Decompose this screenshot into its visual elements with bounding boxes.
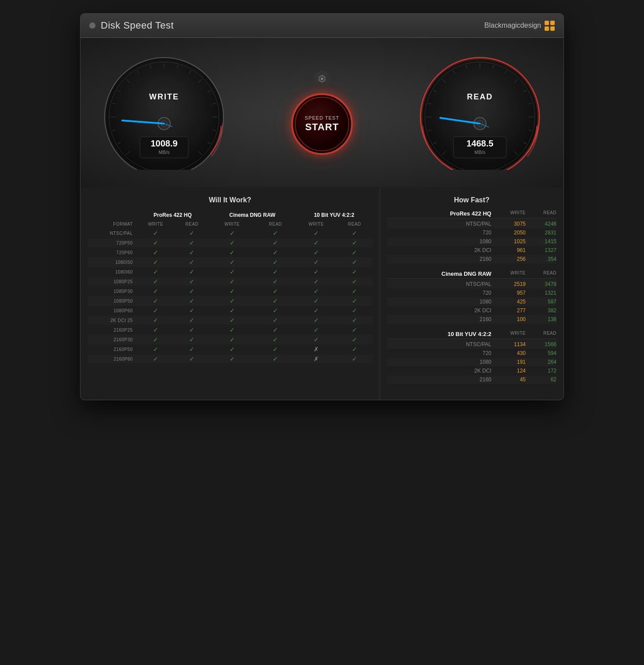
svg-text:1468.5: 1468.5 [466, 139, 493, 148]
format-header: FORMAT [88, 220, 136, 228]
hf-data-row: 2K DCI124172 [387, 366, 556, 375]
check-cell: ✓ [255, 354, 296, 364]
format-cell: 2160p60 [88, 354, 136, 364]
brand-dot-2 [550, 21, 555, 25]
hf-data-row: 2160256354 [387, 255, 556, 263]
hf-data-row: 72020502831 [387, 228, 556, 237]
hf-read-value: 354 [526, 256, 556, 262]
checkmark-icon: ✓ [153, 346, 158, 353]
checkmark-icon: ✓ [352, 297, 357, 304]
hf-write-value: 191 [495, 359, 526, 365]
check-cell: ✓ [136, 267, 175, 277]
format-cell: 1080i50 [88, 257, 136, 267]
prores-read-header: READ [175, 220, 209, 228]
table-row: NTSC/PAL✓✓✓✓✓✓ [88, 228, 373, 238]
how-fast-title: How Fast? [387, 196, 556, 204]
hf-read-value: 4246 [526, 221, 556, 227]
checkmark-icon: ✓ [230, 326, 235, 333]
check-cell: ✓ [209, 315, 255, 325]
will-it-work-panel: Will It Work? ProRes 422 HQ Cinema DNG R… [80, 187, 380, 400]
hf-data-row: NTSC/PAL11341566 [387, 340, 556, 349]
checkmark-icon: ✓ [352, 355, 357, 362]
close-button[interactable] [89, 22, 95, 29]
check-cell: ✓ [136, 228, 175, 238]
check-cell: ✓ [255, 344, 296, 354]
checkmark-icon: ✓ [153, 326, 158, 333]
checkmark-icon: ✓ [352, 278, 357, 285]
checkmark-icon: ✓ [153, 230, 158, 237]
checkmark-icon: ✓ [314, 268, 319, 275]
check-cell: ✓ [296, 325, 337, 335]
hf-group-title: Cinema DNG RAW [387, 270, 495, 277]
checkmark-icon: ✓ [352, 268, 357, 275]
hf-data-row: NTSC/PAL25193479 [387, 280, 556, 289]
hf-row-label: NTSC/PAL [387, 281, 495, 287]
hf-data-row: 1080425587 [387, 297, 556, 306]
settings-button[interactable] [314, 71, 330, 87]
table-row: 1080i60✓✓✓✓✓✓ [88, 267, 373, 277]
check-cell: ✓ [175, 228, 209, 238]
hf-write-header: WRITE [495, 210, 526, 217]
checkmark-icon: ✓ [189, 317, 194, 324]
hf-write-value: 2519 [495, 281, 526, 287]
check-cell: ✓ [209, 344, 255, 354]
check-cell: ✓ [296, 296, 337, 306]
hf-row-label: 1080 [387, 359, 495, 365]
how-fast-section: ProRes 422 HQWRITEREADNTSC/PAL3075424672… [387, 210, 556, 263]
hf-data-row: NTSC/PAL30754246 [387, 219, 556, 228]
speed-test-start-button[interactable]: SPEED TEST START [291, 93, 353, 155]
format-cell: 2160p50 [88, 344, 136, 354]
check-cell: ✓ [296, 248, 337, 257]
check-cell: ✓ [209, 306, 255, 315]
hf-group-title: 10 Bit YUV 4:2:2 [387, 331, 495, 337]
hf-read-value: 1327 [526, 247, 556, 253]
hf-read-value: 3479 [526, 281, 556, 287]
brand-icon [545, 21, 555, 31]
check-cell: ✓ [209, 257, 255, 267]
will-it-work-table: ProRes 422 HQ Cinema DNG RAW 10 Bit YUV … [88, 210, 373, 364]
checkmark-icon: ✓ [273, 230, 278, 237]
check-cell: ✓ [337, 277, 373, 286]
hf-row-label: 720 [387, 290, 495, 296]
check-cell: ✓ [255, 257, 296, 267]
hf-row-label: 2K DCI [387, 307, 495, 314]
title-bar: Disk Speed Test Blackmagicdesign [80, 14, 564, 38]
hf-write-value: 3075 [495, 221, 526, 227]
checkmark-icon: ✓ [230, 278, 235, 285]
checkmark-icon: ✓ [189, 297, 194, 304]
checkmark-icon: ✓ [153, 268, 158, 275]
table-row: 1080i50✓✓✓✓✓✓ [88, 257, 373, 267]
hf-write-header: WRITE [495, 331, 526, 337]
gauges-section: WRITE 1008.9 MB/s [80, 38, 564, 187]
svg-text:MB/s: MB/s [158, 150, 170, 155]
checkmark-icon: ✓ [352, 259, 357, 266]
checkmark-icon: ✓ [352, 307, 357, 314]
hf-row-label: 2K DCI [387, 368, 495, 374]
checkmark-icon: ✓ [230, 249, 235, 256]
check-cell: ✓ [175, 335, 209, 344]
checkmark-icon: ✓ [230, 268, 235, 275]
brand-dot-1 [545, 21, 549, 25]
check-cell: ✓ [255, 306, 296, 315]
format-cell: 720p60 [88, 248, 136, 257]
format-cell: 1080p30 [88, 286, 136, 296]
checkmark-icon: ✓ [153, 259, 158, 266]
check-cell: ✓ [337, 306, 373, 315]
check-cell: ✓ [255, 277, 296, 286]
hf-write-value: 430 [495, 350, 526, 356]
hf-section-header: 10 Bit YUV 4:2:2WRITEREAD [387, 331, 556, 339]
hf-read-value: 382 [526, 307, 556, 314]
hf-data-row: 7209571321 [387, 289, 556, 297]
hf-read-value: 138 [526, 316, 556, 322]
check-cell: ✓ [175, 277, 209, 286]
checkmark-icon: ✓ [153, 278, 158, 285]
hf-row-label: 2K DCI [387, 247, 495, 253]
checkmark-icon: ✓ [273, 355, 278, 362]
check-cell: ✓ [209, 228, 255, 238]
check-cell: ✓ [175, 257, 209, 267]
hf-data-row: 1080191264 [387, 358, 556, 366]
check-cell: ✓ [136, 354, 175, 364]
checkmark-icon: ✓ [189, 355, 194, 362]
check-cell: ✓ [296, 228, 337, 238]
hf-write-header: WRITE [495, 270, 526, 277]
